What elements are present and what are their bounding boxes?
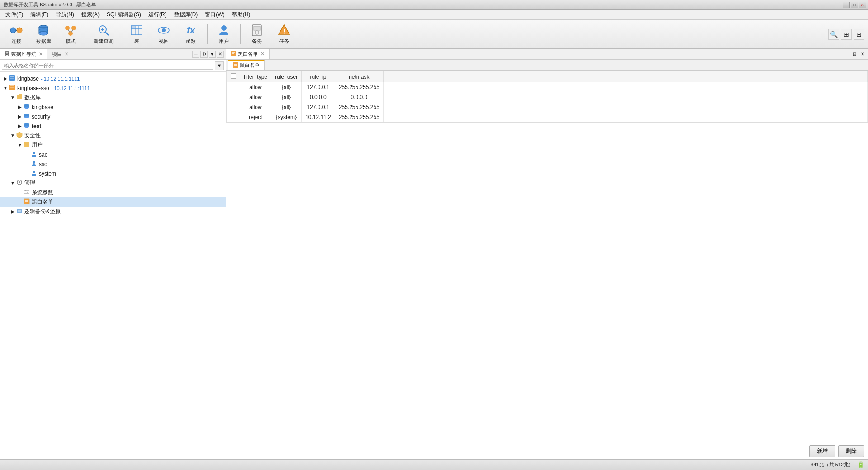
toggle-kingbase-db[interactable]: ▶: [16, 104, 24, 109]
svg-rect-21: [131, 26, 135, 28]
layout1-button[interactable]: ⊞: [841, 29, 852, 40]
th-filter-type[interactable]: filter_type: [240, 71, 271, 82]
tree-node-user-sao[interactable]: ▶ sao: [0, 150, 226, 159]
tree-node-kingbase-sso[interactable]: ▼ kingbase-sso - 10.12.11.1:1111: [0, 83, 226, 93]
user-button[interactable]: 用户: [211, 22, 237, 47]
menubar-item[interactable]: 导航(N): [52, 10, 78, 19]
database-button[interactable]: 数据库: [31, 22, 56, 47]
left-tabs: 🗄 数据库导航 ✕ 项目 ✕ ─ ⚙ ▼ ✕: [0, 49, 226, 60]
menubar-item[interactable]: 文件(F): [2, 10, 27, 19]
menubar-item[interactable]: 帮助(H): [228, 10, 254, 19]
add-button[interactable]: 新增: [809, 445, 835, 457]
tab-blacklist[interactable]: 黑白名单 ✕: [226, 49, 270, 59]
tree-node-user-sso[interactable]: ▶ sso: [0, 159, 226, 169]
toggle-admin-group[interactable]: ▼: [9, 180, 16, 185]
row-checkbox-cell[interactable]: [227, 102, 240, 112]
cell-rule_ip: 127.0.0.1: [302, 82, 335, 92]
menubar-item[interactable]: SQL编辑器(S): [103, 10, 145, 19]
menubar-item[interactable]: 窗口(W): [201, 10, 228, 19]
row-checkbox[interactable]: [231, 114, 236, 119]
view-button[interactable]: 视图: [151, 22, 176, 47]
toggle-backup-restore[interactable]: ▶: [9, 209, 16, 214]
tree-node-kingbase[interactable]: ▶ kingbase - 10.12.11.1:1111: [0, 74, 226, 83]
right-panel: 黑白名单 ✕ ⊟ ✕ 黑白名单: [226, 49, 868, 459]
tab-project-close[interactable]: ✕: [65, 52, 68, 57]
tree-node-kingbase-db[interactable]: ▶ kingbase: [0, 102, 226, 112]
toggle-security-db[interactable]: ▶: [16, 114, 24, 119]
menubar-item[interactable]: 编辑(E): [27, 10, 52, 19]
row-checkbox[interactable]: [231, 104, 236, 109]
menubar-item[interactable]: 运行(R): [145, 10, 171, 19]
inner-tab-blacklist[interactable]: 黑白名单: [228, 60, 265, 70]
tree-node-backup-restore[interactable]: ▶ 逻辑备份&还原: [0, 207, 226, 216]
left-panel-filter[interactable]: ▼: [209, 51, 216, 58]
filter-button[interactable]: ▼: [215, 61, 224, 70]
new-query-button[interactable]: 新建查询: [91, 22, 116, 47]
left-panel-settings[interactable]: ⚙: [200, 51, 208, 58]
tree-node-blacklist[interactable]: ▶ 黑白名单: [0, 197, 226, 207]
row-checkbox-cell[interactable]: [227, 112, 240, 122]
tab-project[interactable]: 项目 ✕: [47, 49, 73, 59]
row-checkbox-cell[interactable]: [227, 92, 240, 102]
menubar-item[interactable]: 搜索(A): [78, 10, 103, 19]
tree-node-users-group[interactable]: ▼ 用户: [0, 140, 226, 150]
connect-button[interactable]: 连接: [4, 22, 29, 47]
table-row[interactable]: allow{all}127.0.0.1255.255.255.255: [227, 102, 868, 112]
cell-extra: [383, 92, 867, 102]
close-button[interactable]: ✕: [859, 2, 866, 8]
svg-rect-33: [10, 78, 14, 79]
svg-line-11: [68, 30, 70, 32]
row-checkbox[interactable]: [231, 94, 236, 99]
tree-node-security-group[interactable]: ▼ 安全性: [0, 131, 226, 140]
row-checkbox[interactable]: [231, 84, 236, 89]
table-row[interactable]: allow{all}127.0.0.1255.255.255.255: [227, 82, 868, 92]
th-rule-user[interactable]: rule_user: [271, 71, 302, 82]
right-panel-close[interactable]: ✕: [859, 51, 866, 58]
menubar-item[interactable]: 数据库(D): [171, 10, 202, 19]
delete-button[interactable]: 删除: [838, 445, 864, 457]
tree-node-databases[interactable]: ▼ 数据库: [0, 93, 226, 102]
th-netmask[interactable]: netmask: [335, 71, 383, 82]
tree-node-test-db[interactable]: ▶ test: [0, 121, 226, 131]
tree-node-sys-params[interactable]: ▶ 系统参数: [0, 188, 226, 197]
toggle-kingbase[interactable]: ▶: [2, 76, 9, 81]
cell-netmask: 255.255.255.255: [335, 112, 383, 122]
cell-extra: [383, 82, 867, 92]
titlebar-controls[interactable]: ─ □ ✕: [843, 2, 866, 8]
header-checkbox[interactable]: [231, 73, 236, 79]
battery-icon[interactable]: 🔋: [857, 461, 864, 468]
tree-node-admin-group[interactable]: ▼ 管理: [0, 178, 226, 188]
function-button[interactable]: fx 函数: [178, 22, 204, 47]
tab-db-navigator-close[interactable]: ✕: [39, 52, 43, 57]
toggle-test-db[interactable]: ▶: [16, 123, 24, 128]
search-toolbar-button[interactable]: 🔍: [828, 29, 839, 40]
blacklist-tab-icon: [231, 51, 236, 57]
table-row[interactable]: reject{system}10.12.11.2255.255.255.255: [227, 112, 868, 122]
layout2-button[interactable]: ⊟: [854, 29, 864, 40]
toggle-databases[interactable]: ▼: [9, 95, 16, 100]
table-row[interactable]: allow{all}0.0.0.00.0.0.0: [227, 92, 868, 102]
th-rule-ip[interactable]: rule_ip: [302, 71, 335, 82]
search-input[interactable]: [2, 62, 213, 70]
tab-blacklist-label: 黑白名单: [238, 51, 258, 57]
model-button[interactable]: 模式: [58, 22, 83, 47]
tree-node-user-system[interactable]: ▶ system: [0, 169, 226, 178]
toolbar-separator-2: [120, 24, 120, 44]
left-panel-close[interactable]: ✕: [217, 51, 224, 58]
test-db-label: test: [32, 123, 41, 129]
tab-blacklist-close[interactable]: ✕: [261, 51, 265, 57]
backup-button[interactable]: 备份: [244, 22, 270, 47]
table-button[interactable]: 表: [124, 22, 149, 47]
right-panel-restore[interactable]: ⊟: [851, 51, 858, 58]
maximize-button[interactable]: □: [851, 2, 858, 8]
tree-node-security-db[interactable]: ▶ security: [0, 112, 226, 121]
toggle-security-group[interactable]: ▼: [9, 133, 16, 138]
left-panel-minimize[interactable]: ─: [192, 51, 199, 58]
minimize-button[interactable]: ─: [843, 2, 850, 8]
toolbar: 连接 数据库 模式: [0, 20, 868, 49]
row-checkbox-cell[interactable]: [227, 82, 240, 92]
toggle-users-group[interactable]: ▼: [16, 142, 24, 147]
toggle-kingbase-sso[interactable]: ▼: [2, 85, 9, 90]
task-button[interactable]: 任务: [271, 22, 297, 47]
tab-db-navigator[interactable]: 🗄 数据库导航 ✕: [0, 49, 47, 59]
